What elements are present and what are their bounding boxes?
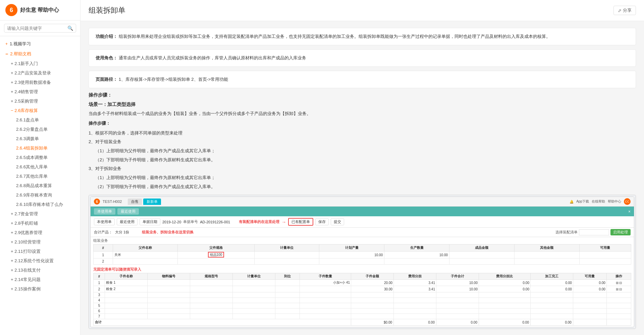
sidebar-item-coupon[interactable]: + 2.9优惠券管理 <box>0 228 80 237</box>
sidebar-item-cases[interactable]: + 2.15操作案例 <box>0 284 80 294</box>
sub-r4-arrive <box>275 298 300 303</box>
cell-row1-plan: 10.00 <box>319 252 384 259</box>
sidebar-item-cost-recalc[interactable]: 2.6.8商品成本重算 <box>0 181 80 190</box>
fake-apply-btn[interactable]: 启用处理 <box>610 229 631 235</box>
fake-config-input[interactable] <box>579 229 609 235</box>
fake-submit-btn[interactable]: 提交 <box>331 218 344 225</box>
nav-tree: + 1.视频学习 − 2.帮助文档 + 2.1新手入门 + 2.2产品安装及登录… <box>0 36 80 335</box>
cell-row1-prod: 10.00 <box>384 252 449 259</box>
plus-icon: + <box>11 221 14 226</box>
col-header-avail-qty: 可用量 <box>579 244 631 252</box>
plus-icon: + <box>11 239 14 244</box>
sidebar-item-inventory[interactable]: − 2.6库存核算 <box>0 106 80 115</box>
sidebar-item-ledger-query[interactable]: 2.6.9库存账本查询 <box>0 190 80 200</box>
scene1-desc: 当由多个子件材料组装成一个成品的业务为【组装】业务，当由一个父件拆分成多个子产品… <box>89 110 636 118</box>
sub-r3-code <box>147 292 190 298</box>
fake-app-topbar: 6 TEST-H002 自售 新新单 🔔 App下载 在线帮助 帮助中心 CC <box>91 197 634 207</box>
sidebar-item-online-pay[interactable]: + 2.13在线支付 <box>0 266 80 275</box>
sub-col-spec: 规格型号 <box>190 273 232 280</box>
plus-icon: + <box>11 277 14 282</box>
fake-config-btn[interactable]: 已有配置单 <box>288 218 313 226</box>
sidebar-item-faq[interactable]: + 2.14常见问题 <box>0 275 80 284</box>
delete-icon[interactable]: ⊟ <box>619 287 622 291</box>
fake-type-group: 组装业务、拆卸业务在这里切换 <box>142 230 194 235</box>
sidebar-item-newbie[interactable]: + 2.1新手入门 <box>0 59 80 68</box>
sidebar-item-other-out[interactable]: 2.6.7其他出库单 <box>0 172 80 181</box>
table-row: 7 <box>94 314 631 319</box>
fake-config-label: 选择装配清单 <box>555 230 578 235</box>
fake-upper-table-controls: 组装业务 <box>93 237 631 244</box>
fake-upper-table-wrap: 组装业务 # 父件名称 父件规格 计量单位 计划产量 生产数量 <box>91 237 634 266</box>
sub-r2-arrive <box>275 286 300 292</box>
sidebar-item-print[interactable]: + 2.11打印设置 <box>0 247 80 256</box>
sub-r1-childamt: 20.00 <box>351 280 394 286</box>
fake-tab-new: 新新单 <box>143 199 161 205</box>
search-icon[interactable]: 🔍 <box>67 25 73 31</box>
fake-doc-tab2: 最近使用 <box>117 208 139 215</box>
plus-icon: + <box>11 249 14 254</box>
table-row: 2 <box>94 259 631 265</box>
search-input[interactable] <box>7 26 67 31</box>
fake-lower-table-controls: 无固定清单可以随便填写录入 <box>93 266 631 273</box>
table-row: 3 <box>94 292 631 298</box>
copy-icon[interactable]: ⊞ <box>616 287 619 291</box>
sidebar-item-partial-check[interactable]: 2.6.2分量盘点单 <box>0 125 80 134</box>
sub-r2-name: 粮食 2 <box>105 286 147 292</box>
sub-r7-ca <box>351 314 394 319</box>
sub-r4-fr <box>479 298 530 303</box>
sub-r7-fr <box>479 314 530 319</box>
sidebar-item-install[interactable]: + 2.2产品安装及登录 <box>0 68 80 78</box>
sidebar-item-help-docs[interactable]: − 2.帮助文档 <box>0 49 80 59</box>
sub-r5-op <box>606 303 631 309</box>
sidebar-header: 6 好生意 帮助中心 <box>0 0 80 20</box>
fake-app-tabs: 自售 新新单 <box>128 199 161 205</box>
sub-r6-ca <box>351 309 394 314</box>
fake-doc-close-icon: × <box>628 209 631 214</box>
sub-r5-spec <box>190 303 232 309</box>
sub-r4-spec <box>190 298 232 303</box>
sidebar-item-mobile[interactable]: + 2.8手机旺铺 <box>0 219 80 228</box>
delete-icon[interactable]: ⊟ <box>619 281 622 285</box>
sidebar-item-purchase[interactable]: + 2.5采购管理 <box>0 97 80 106</box>
col-header-unit: 计量单位 <box>254 244 319 252</box>
sub-col-fee-share: 费用分担 <box>394 273 436 280</box>
sidebar-item-personalize[interactable]: + 2.12系统个性化设置 <box>0 256 80 266</box>
sidebar-item-stock-check[interactable]: 2.6.1盘点单 <box>0 115 80 125</box>
sidebar-item-transfer[interactable]: 2.6.3调拨单 <box>0 134 80 144</box>
fake-save-btn[interactable]: 保存 <box>315 218 329 225</box>
sub-r6-code <box>147 309 190 314</box>
sidebar-item-other-in[interactable]: 2.6.6其他入库单 <box>0 162 80 172</box>
sub-col-num: # <box>94 273 105 280</box>
sub-r4-cp <box>530 298 573 303</box>
sub-r3-fs <box>394 292 436 298</box>
sub-r1-feeshare: 3.41 <box>394 280 436 286</box>
sidebar-item-assembly[interactable]: 2.6.4组装拆卸单 <box>0 144 80 153</box>
fake-toolbar-btn2[interactable]: 最近使用 <box>117 218 138 225</box>
sub-r1-arrive <box>275 280 300 286</box>
sidebar-item-videos[interactable]: + 1.视频学习 <box>0 39 80 49</box>
sidebar-item-data-prep[interactable]: + 2.3使用前数据准备 <box>0 78 80 87</box>
sub-r2-feeshare: 3.41 <box>394 286 436 292</box>
step1: 1、根据不同的业务，选择不同单据的类型来处理 <box>89 129 636 137</box>
path-label: 页面路径： <box>96 77 117 82</box>
sub-r3-fr <box>479 292 530 298</box>
search-input-wrap[interactable]: 🔍 <box>4 24 76 33</box>
cell-row1-avail <box>579 252 631 259</box>
sidebar-item-sales[interactable]: + 2.4销售管理 <box>0 87 80 97</box>
sidebar-item-operations[interactable]: + 2.10经营管理 <box>0 237 80 247</box>
sub-r7-av <box>573 314 606 319</box>
sub-r5-name <box>105 303 147 309</box>
sub-col-child-amt: 子件金额 <box>351 273 394 280</box>
role-text: 通常由生产人员或库管人员完成拆装业务的操作，库管人员确认原材料的出库和产成品的入… <box>119 55 306 60</box>
copy-icon[interactable]: ⊞ <box>616 281 619 285</box>
screen-wrapper: 6 TEST-H002 自售 新新单 🔔 App下载 在线帮助 帮助中心 CC <box>89 195 636 329</box>
plus-icon: + <box>11 70 14 75</box>
fake-toolbar-btn3[interactable]: 单据日期 <box>140 218 160 225</box>
logo-icon: 6 <box>5 4 17 16</box>
footer-total5: 0.00 <box>530 319 573 326</box>
share-button[interactable]: ⬀ 分享 <box>613 6 636 15</box>
sidebar-item-ledger-error[interactable]: 2.6.10库存账本错了么办 <box>0 200 80 209</box>
sidebar-item-finance[interactable]: + 2.7资金管理 <box>0 209 80 219</box>
sidebar-item-cost-adjust[interactable]: 2.6.5成本调整单 <box>0 153 80 162</box>
fake-toolbar-btn1[interactable]: 本使用单 <box>94 218 115 225</box>
